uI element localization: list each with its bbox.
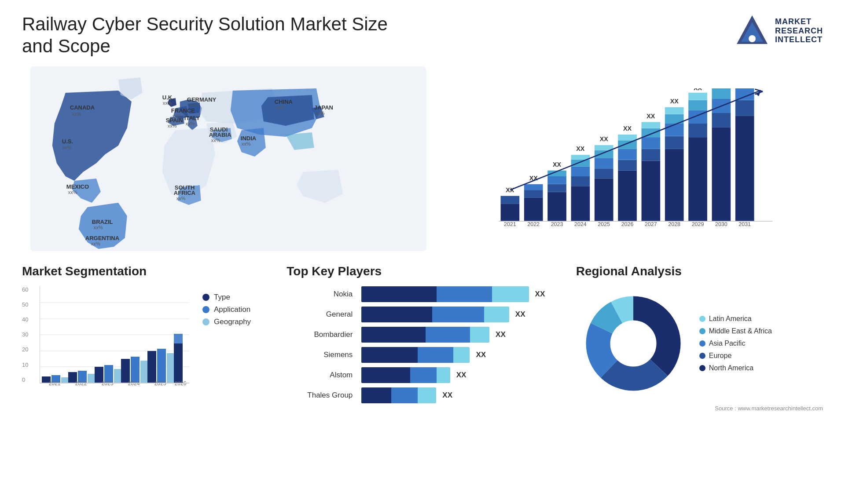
svg-text:INDIA: INDIA [241, 135, 257, 142]
svg-text:XX: XX [694, 88, 702, 91]
svg-rect-42 [524, 184, 543, 190]
bottom-row: Market Segmentation 60 50 40 30 20 10 0 [22, 264, 823, 412]
type-dot [202, 294, 209, 301]
svg-text:2023: 2023 [551, 221, 563, 227]
regional-title: Regional Analysis [576, 264, 823, 278]
legend-geography: Geography [202, 318, 251, 326]
svg-rect-73 [641, 149, 660, 161]
svg-rect-60 [594, 158, 613, 168]
donut-container: Latin America Middle East & Africa Asia … [576, 286, 823, 401]
svg-text:xx%: xx% [242, 141, 251, 146]
main-bar-chart-section: XX 2021 XX 2022 XX 2023 [448, 66, 823, 251]
reg-europe: Europe [699, 352, 772, 360]
player-alstom-bar: XX [361, 367, 558, 383]
svg-text:2025: 2025 [598, 221, 610, 227]
svg-rect-89 [688, 100, 707, 110]
svg-rect-99 [735, 116, 754, 221]
svg-rect-65 [618, 170, 637, 221]
svg-rect-69 [618, 135, 637, 140]
svg-text:GERMANY: GERMANY [187, 96, 217, 103]
player-nokia: Nokia XX [287, 286, 558, 302]
reg-north-america: North America [699, 364, 772, 372]
svg-rect-86 [688, 137, 707, 221]
svg-rect-36 [500, 204, 519, 221]
segmentation-section: Market Segmentation 60 50 40 30 20 10 0 [22, 264, 269, 412]
reg-latin-america: Latin America [699, 315, 772, 323]
svg-text:ITALY: ITALY [184, 115, 200, 121]
svg-rect-40 [524, 198, 543, 221]
svg-text:ARGENTINA: ARGENTINA [85, 235, 120, 241]
svg-rect-72 [641, 161, 660, 221]
svg-rect-68 [618, 140, 637, 149]
seg-chart-svg: 2021 2022 2023 [40, 286, 189, 387]
north-america-dot [699, 365, 705, 371]
svg-text:xx%: xx% [72, 111, 81, 117]
regional-section: Regional Analysis [576, 264, 823, 412]
svg-rect-45 [547, 192, 566, 221]
player-siemens-bar: XX [361, 347, 558, 363]
svg-text:xx%: xx% [163, 100, 172, 106]
svg-rect-76 [641, 122, 660, 128]
svg-text:ARABIA: ARABIA [209, 131, 231, 138]
svg-rect-131 [157, 349, 166, 383]
svg-text:2021: 2021 [504, 221, 516, 227]
svg-text:xx%: xx% [211, 138, 220, 143]
latin-america-dot [699, 316, 705, 322]
svg-text:xx%: xx% [62, 145, 72, 150]
svg-text:xx%: xx% [68, 190, 77, 195]
svg-text:CHINA: CHINA [275, 99, 293, 105]
middle-east-dot [699, 328, 705, 334]
svg-text:XX: XX [647, 112, 655, 119]
svg-rect-96 [712, 88, 731, 99]
svg-text:XX: XX [623, 125, 632, 132]
world-map: CANADA xx% U.S. xx% MEXICO xx% BRAZIL xx… [22, 66, 435, 251]
svg-text:2031: 2031 [738, 221, 751, 227]
svg-rect-54 [571, 160, 590, 167]
svg-text:JAPAN: JAPAN [314, 104, 333, 111]
svg-rect-130 [147, 351, 156, 383]
logo-icon [735, 13, 770, 48]
legend-type: Type [202, 293, 251, 302]
asia-pacific-dot [699, 340, 705, 347]
svg-rect-62 [594, 145, 613, 150]
seg-legend: Type Application Geography [202, 293, 251, 326]
svg-text:xx%: xx% [176, 196, 186, 201]
svg-text:2030: 2030 [715, 221, 727, 227]
svg-rect-93 [712, 128, 731, 221]
logo: MARKET RESEARCH INTELLECT [735, 13, 823, 48]
svg-rect-37 [500, 196, 519, 204]
player-nokia-name: Nokia [287, 290, 357, 299]
player-thales-name: Thales Group [287, 391, 357, 400]
svg-rect-81 [665, 124, 683, 136]
player-general-name: General [287, 310, 357, 319]
svg-text:CANADA: CANADA [70, 104, 95, 111]
main-content: CANADA xx% U.S. xx% MEXICO xx% BRAZIL xx… [22, 66, 823, 251]
svg-rect-83 [665, 107, 683, 114]
player-nokia-bar: XX [361, 286, 558, 302]
player-alstom-name: Alstom [287, 371, 357, 380]
page-title: Railway Cyber Security Solution Market S… [22, 13, 418, 58]
svg-text:xx%: xx% [168, 123, 177, 128]
svg-rect-58 [594, 178, 613, 221]
svg-text:xx%: xx% [190, 102, 199, 108]
svg-rect-67 [618, 149, 637, 160]
svg-point-2 [749, 35, 756, 42]
svg-rect-80 [665, 136, 683, 149]
svg-text:xx%: xx% [186, 121, 195, 126]
svg-rect-79 [665, 149, 683, 221]
geo-dot [202, 318, 209, 325]
svg-text:FRANCE: FRANCE [171, 107, 195, 114]
player-general-bar: XX [361, 307, 558, 322]
player-siemens-name: Siemens [287, 351, 357, 359]
svg-text:XX: XX [576, 145, 584, 152]
donut-chart-svg [576, 286, 691, 401]
player-thales: Thales Group XX [287, 387, 558, 403]
svg-text:2028: 2028 [668, 221, 680, 227]
player-alstom: Alstom XX [287, 367, 558, 383]
logo-text: MARKET RESEARCH INTELLECT [775, 17, 823, 44]
player-bombardier-name: Bombardier [287, 330, 357, 339]
svg-rect-126 [121, 359, 130, 383]
svg-rect-135 [174, 334, 183, 343]
svg-text:XX: XX [670, 98, 678, 105]
svg-text:xx%: xx% [316, 110, 325, 116]
